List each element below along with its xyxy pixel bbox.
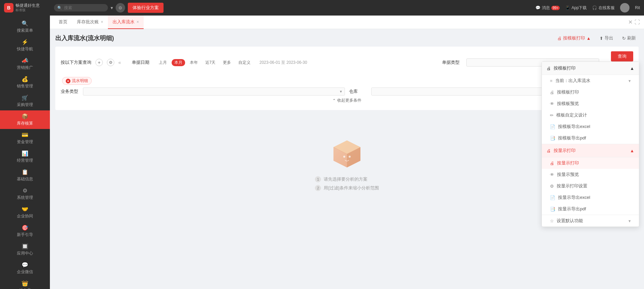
- template-custom-label: 模板自定义设计: [556, 112, 587, 118]
- collapse-more-label: 收起更多条件: [337, 98, 361, 103]
- collapse-arrow-icon: ⌃: [332, 98, 336, 103]
- sidebar-item-finance[interactable]: 💳 资金管理: [0, 129, 50, 148]
- page-title-bar: 出入库流水(流水明细) 🖨 按模板打印 ▲ ⬆ 导出 ↻ 刷新: [55, 34, 639, 43]
- display-print-header-label: 按显示打印: [554, 148, 576, 154]
- sidebar-item-search[interactable]: 🔍 搜索菜单: [0, 18, 50, 36]
- sidebar-item-system[interactable]: ⚙ 系统管理: [0, 185, 50, 203]
- sidebar-item-inventory[interactable]: 📦 库存核算: [0, 110, 50, 129]
- sidebar-label-guide: 新手引导: [17, 232, 33, 238]
- page-title: 出入库流水(流水明细): [55, 34, 114, 42]
- default-icon: ☆: [550, 218, 554, 224]
- date-tab-more[interactable]: 更多: [220, 59, 234, 66]
- app-download-btn[interactable]: 📱 App下载: [565, 5, 587, 11]
- query-btn[interactable]: 查询: [611, 51, 633, 61]
- sidebar-item-enterprise[interactable]: 🤝 企业协同: [0, 203, 50, 222]
- search-input[interactable]: [64, 5, 101, 10]
- message-btn[interactable]: 💬 消息 99+: [535, 5, 560, 11]
- submenu-arrow-1: ▾: [628, 78, 631, 83]
- display-export-excel-item[interactable]: 📄 按显示导出excel: [542, 192, 639, 203]
- display-export-pdf-item[interactable]: 📑 按显示导出pdf: [542, 203, 639, 215]
- marketing-icon: 📣: [22, 57, 28, 64]
- sidebar-label-purchase: 采购管理: [17, 102, 33, 108]
- search-collapse-btn[interactable]: «: [118, 60, 121, 65]
- export-icon: ⬆: [599, 36, 603, 41]
- print-icon-2: 🖨: [550, 90, 554, 95]
- tab-home[interactable]: 首页: [54, 16, 72, 29]
- template-export-pdf-label: 按模板导出pdf: [558, 135, 586, 141]
- online-service-btn[interactable]: 🎧 在线客服: [592, 5, 615, 11]
- sidebar-item-app-center[interactable]: 🔲 应用中心: [0, 240, 50, 259]
- template-print-item[interactable]: 🖨 按模板打印: [542, 86, 639, 98]
- sidebar-item-operation[interactable]: 📊 经营管理: [0, 148, 50, 166]
- filter-tag: ● 流水明细: [62, 77, 92, 85]
- display-print-item[interactable]: 🖨 按显示打印: [542, 157, 639, 169]
- print-template-btn[interactable]: 🖨 按模板打印 ▲: [555, 34, 593, 43]
- template-export-excel-item[interactable]: 📄 按模板导出excel: [542, 121, 639, 132]
- settings-icon-2: ⚙: [550, 184, 554, 189]
- user-name: Rit: [635, 5, 640, 10]
- date-tab-custom[interactable]: 自定义: [236, 59, 253, 66]
- doc-type-label: 单据类型: [442, 59, 462, 65]
- export-btn[interactable]: ⬆ 导出: [597, 34, 616, 43]
- template-preview-label: 按模板预览: [557, 101, 579, 107]
- tab-home-label: 首页: [59, 19, 67, 25]
- quick-nav-icon: ⚡: [22, 39, 28, 45]
- sidebar-item-sales[interactable]: 💰 销售管理: [0, 73, 50, 92]
- tab-flow-close-btn[interactable]: ×: [137, 20, 139, 24]
- app-name: 畅捷通好生意: [16, 3, 40, 8]
- date-tab-last-month[interactable]: 上月: [156, 59, 170, 66]
- sidebar-item-quick-nav[interactable]: ⚡ 快捷导航: [0, 36, 50, 55]
- header-dropdown-icon[interactable]: ▾: [111, 5, 113, 10]
- app-center-icon: 🔲: [22, 243, 28, 249]
- display-print-settings-item[interactable]: ⚙ 按显示打印设置: [542, 180, 639, 192]
- header-settings-btn[interactable]: ⚙: [116, 3, 125, 12]
- display-print-section-header[interactable]: 🖨 按显示打印 ▲: [542, 144, 639, 157]
- main-layout: 🔍 搜索菜单 ⚡ 快捷导航 📣 营销推广 💰 销售管理 🛒 采购管理 📦 库存核…: [0, 16, 644, 289]
- close-all-btn[interactable]: ✕: [628, 19, 633, 25]
- template-print-section-header[interactable]: 🖨 按模板打印 ▲: [542, 62, 639, 75]
- sidebar-item-wechat[interactable]: 💬 企业微信: [0, 259, 50, 278]
- search-icon: 🔍: [57, 6, 62, 10]
- sidebar-item-purchase[interactable]: 🛒 采购管理: [0, 92, 50, 110]
- tab-flow[interactable]: 出入库流水 ×: [108, 16, 144, 29]
- industry-btn[interactable]: 体验行业方案: [128, 3, 164, 13]
- app-download-label: App下载: [572, 5, 587, 11]
- sidebar-label-inventory: 库存核算: [17, 121, 33, 126]
- template-export-pdf-item[interactable]: 📑 按模板导出pdf: [542, 132, 639, 144]
- filter-tag-icon: ●: [66, 79, 70, 83]
- message-label: 消息: [542, 5, 550, 11]
- display-preview-item[interactable]: 👁 按显示预览: [542, 169, 639, 180]
- biz-type-select[interactable]: ▾: [83, 87, 345, 96]
- sidebar-item-guide[interactable]: 🎯 新手引导: [0, 222, 50, 240]
- search-settings-small-btn[interactable]: ⚙: [107, 59, 114, 66]
- current-template-item[interactable]: ≡ 当前：出入库流水 ▾: [542, 75, 639, 86]
- template-preview-item[interactable]: 👁 按模板预览: [542, 98, 639, 109]
- display-export-pdf-label: 按显示导出pdf: [558, 206, 586, 212]
- sidebar-item-basic[interactable]: 📋 基础信息: [0, 166, 50, 185]
- sidebar-item-marketing[interactable]: 📣 营销推广: [0, 55, 50, 73]
- user-avatar[interactable]: [620, 3, 630, 12]
- date-tab-current-year[interactable]: 本年: [187, 59, 201, 66]
- search-add-btn[interactable]: +: [95, 59, 103, 66]
- default-submenu-arrow: ▾: [628, 218, 631, 224]
- date-tabs: 上月 本月 本年 近7天 更多 自定义: [156, 59, 254, 66]
- headset-icon: 🎧: [592, 5, 597, 10]
- date-tab-current-month[interactable]: 本月: [172, 59, 185, 66]
- print-template-label: 按模板打印: [563, 35, 585, 41]
- header-search[interactable]: 🔍: [54, 4, 108, 11]
- tab-batch-account[interactable]: 库存批次账 ×: [72, 16, 108, 29]
- template-custom-item[interactable]: ✏ 模板自定义设计: [542, 109, 639, 121]
- pdf-icon-1: 📑: [550, 136, 555, 141]
- tab-batch-close-btn[interactable]: ×: [101, 20, 103, 24]
- date-tab-last-7days[interactable]: 近7天: [203, 59, 218, 66]
- display-export-excel-label: 按显示导出excel: [558, 194, 590, 201]
- sales-icon: 💰: [22, 76, 28, 82]
- svg-point-5: [343, 156, 345, 158]
- sidebar-label-quick-nav: 快捷导航: [17, 46, 33, 52]
- set-default-function-item[interactable]: ☆ 设置默认功能 ▾: [542, 215, 639, 227]
- top-header: B 畅捷通好生意 标准版 🔍 ▾ ⚙ 体验行业方案 💬 消息 99+ 📱 App…: [0, 0, 644, 16]
- printer-icon: 🖨: [547, 66, 551, 71]
- sidebar-item-vip[interactable]: 👑 畅会员: [0, 278, 50, 289]
- refresh-btn[interactable]: ↻ 刷新: [619, 34, 639, 43]
- maximize-btn[interactable]: ⛶: [635, 19, 640, 25]
